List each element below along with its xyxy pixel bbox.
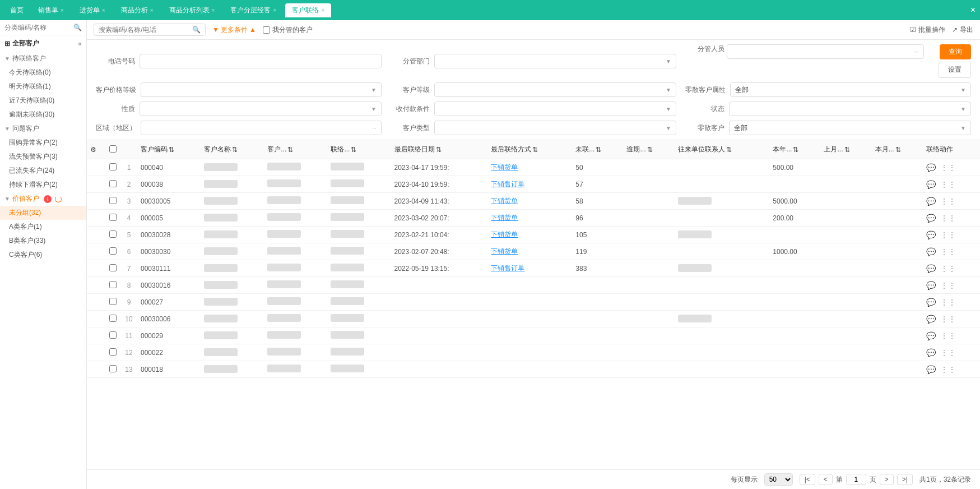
nav-close-icon[interactable]: ×	[970, 5, 976, 15]
close-icon[interactable]: ×	[212, 7, 215, 13]
message-icon[interactable]: 💬	[926, 247, 936, 256]
col-code[interactable]: 客户编码⇅	[137, 140, 201, 159]
more-icon[interactable]: ⋮⋮	[940, 331, 956, 340]
message-icon[interactable]: 💬	[926, 365, 936, 374]
message-icon[interactable]: 💬	[926, 331, 936, 340]
row-checkbox[interactable]	[109, 214, 117, 221]
sidebar-search-input[interactable]	[4, 24, 71, 31]
reset-button[interactable]: 设置	[939, 62, 971, 78]
sidebar-item-overdue[interactable]: 逾期未联络(30)	[0, 108, 86, 122]
message-icon[interactable]: 💬	[926, 230, 936, 239]
search-icon[interactable]: 🔍	[73, 24, 82, 31]
col-last-date[interactable]: 最后联络日期⇅	[391, 140, 488, 159]
refresh-icon[interactable]	[55, 196, 62, 202]
page-input[interactable]	[846, 474, 866, 485]
row-checkbox[interactable]	[109, 348, 117, 356]
close-icon[interactable]: ×	[321, 7, 324, 13]
more-icon[interactable]: ⋮⋮	[940, 197, 956, 206]
all-customers-header[interactable]: ⊞ 全部客户 «	[0, 35, 86, 52]
more-conditions-btn[interactable]: ▼ 更多条件 ▲	[212, 25, 256, 35]
close-icon[interactable]: ×	[61, 7, 64, 13]
export-btn[interactable]: ↗ 导出	[952, 25, 973, 35]
nav-tab-customer-contact[interactable]: 客户联络 ×	[285, 3, 331, 17]
my-customers-checkbox-input[interactable]	[263, 26, 270, 34]
col-type[interactable]: 客户...⇅	[264, 140, 327, 159]
more-icon[interactable]: ⋮⋮	[940, 230, 956, 239]
sidebar-item-tomorrow[interactable]: 明天待联络(1)	[0, 80, 86, 94]
close-icon[interactable]: ×	[150, 7, 154, 13]
filter-select-person[interactable]: ···	[727, 44, 924, 59]
contact-way-link[interactable]: 下销售订单	[491, 180, 524, 188]
row-checkbox[interactable]	[109, 331, 117, 339]
more-icon[interactable]: ⋮⋮	[940, 365, 956, 374]
more-icon[interactable]: ⋮⋮	[940, 247, 956, 256]
more-icon[interactable]: ⋮⋮	[940, 348, 956, 357]
filter-select-ctype[interactable]: ▼	[434, 121, 676, 135]
row-checkbox[interactable]	[109, 365, 117, 372]
sidebar-item-churn-warning[interactable]: 流失预警客户(3)	[0, 150, 86, 164]
filter-select-payment[interactable]: ▼	[434, 102, 676, 116]
filter-select-sparse[interactable]: 全部▼	[729, 121, 971, 135]
search-input[interactable]	[99, 26, 190, 34]
contact-way-link[interactable]: 下销货单	[491, 230, 518, 238]
more-icon[interactable]: ⋮⋮	[940, 214, 956, 223]
row-checkbox[interactable]	[109, 180, 117, 187]
message-icon[interactable]: 💬	[926, 315, 936, 324]
sidebar-item-today[interactable]: 今天待联络(0)	[0, 66, 86, 80]
sidebar-group-value[interactable]: 价值客户 !	[0, 192, 86, 206]
contact-way-link[interactable]: 下销货单	[491, 197, 518, 205]
row-checkbox[interactable]	[109, 163, 117, 170]
more-icon[interactable]: ⋮⋮	[940, 180, 956, 189]
close-icon[interactable]: ×	[273, 7, 276, 13]
more-icon[interactable]: ⋮⋮	[940, 264, 956, 273]
row-checkbox[interactable]	[109, 298, 117, 305]
my-customers-checkbox[interactable]: 我分管的客户	[263, 25, 313, 35]
filter-select-status[interactable]: ▼	[729, 102, 971, 116]
first-page-btn[interactable]: |<	[800, 474, 815, 485]
nav-tab-customer-tier[interactable]: 客户分层经客 ×	[224, 3, 283, 17]
col-overdue[interactable]: 逾期...⇅	[623, 140, 674, 159]
message-icon[interactable]: 💬	[926, 197, 936, 206]
col-contact[interactable]: 联络...⇅	[327, 140, 391, 159]
filter-select-tier[interactable]: ▼	[434, 82, 676, 97]
row-checkbox[interactable]	[109, 281, 117, 288]
row-checkbox[interactable]	[109, 264, 117, 271]
filter-select-price-tier[interactable]: ▼	[141, 82, 382, 97]
col-name[interactable]: 客户名称⇅	[201, 140, 264, 159]
sidebar-item-abnormal[interactable]: 囤购异常客户(2)	[0, 136, 86, 150]
row-checkbox[interactable]	[109, 315, 117, 322]
nav-tab-purchase[interactable]: 进货单 ×	[73, 3, 112, 17]
more-icon[interactable]: ⋮⋮	[940, 163, 956, 172]
select-all-checkbox[interactable]	[109, 145, 117, 153]
filter-select-sparse-attr[interactable]: 全部▼	[730, 82, 971, 97]
collapse-icon[interactable]: «	[78, 40, 82, 48]
search-icon[interactable]: 🔍	[192, 26, 201, 34]
message-icon[interactable]: 💬	[926, 180, 936, 189]
sidebar-item-7days[interactable]: 近7天待联络(0)	[0, 94, 86, 108]
col-this-year[interactable]: 本年...⇅	[769, 140, 820, 159]
col-no-contact[interactable]: 未联...⇅	[572, 140, 623, 159]
sidebar-item-ungroup[interactable]: 未分组(32)	[0, 206, 86, 220]
row-checkbox[interactable]	[109, 230, 117, 238]
filter-input-phone[interactable]	[140, 54, 382, 68]
row-checkbox[interactable]	[109, 247, 117, 255]
contact-way-link[interactable]: 下销售订单	[491, 264, 524, 272]
per-page-select[interactable]: 50 20 100	[764, 473, 793, 486]
row-checkbox[interactable]	[109, 197, 117, 204]
contact-way-link[interactable]: 下销货单	[491, 214, 518, 222]
contact-way-link[interactable]: 下销货单	[491, 163, 518, 171]
filter-select-region[interactable]: ···	[141, 121, 382, 135]
message-icon[interactable]: 💬	[926, 264, 936, 273]
nav-tab-analysis-list[interactable]: 商品分析列表 ×	[162, 3, 222, 17]
next-page-btn[interactable]: >	[880, 474, 894, 485]
prev-page-btn[interactable]: <	[819, 474, 833, 485]
last-page-btn[interactable]: >|	[897, 474, 913, 485]
more-icon[interactable]: ⋮⋮	[940, 298, 956, 307]
col-this-month[interactable]: 本月...⇅	[872, 140, 923, 159]
more-icon[interactable]: ⋮⋮	[940, 281, 956, 290]
sidebar-item-class-a[interactable]: A类客户(1)	[0, 220, 86, 234]
col-last-way[interactable]: 最后联络方式⇅	[487, 140, 572, 159]
filter-select-dept[interactable]: ▼	[434, 54, 676, 68]
search-button[interactable]: 查询	[940, 44, 971, 59]
sidebar-group-problem[interactable]: 问题客户	[0, 122, 86, 136]
